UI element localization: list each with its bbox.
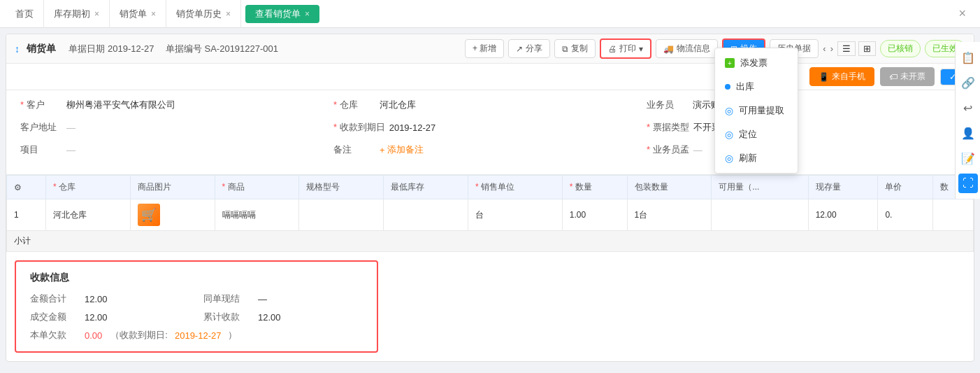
form-row-3: 项目 — 备注 + 添加备注 业务员孟 —	[20, 143, 960, 156]
due-date-hint-close: ）	[228, 329, 237, 342]
dropdown-outbound[interactable]: 出库	[715, 75, 798, 99]
not-open-button[interactable]: 🏷 未开票	[880, 67, 935, 86]
print-dropdown-icon: ▾	[639, 44, 643, 54]
tab-sales-close[interactable]: ×	[151, 9, 156, 19]
from-phone-button[interactable]: 📱 来自手机	[809, 67, 874, 86]
product-table: ⚙ * 仓库 商品图片 * 商品 规格型号 最低库存 * 销售单位 * 数量 包…	[6, 175, 974, 252]
note-field: 备注 + 添加备注	[333, 143, 647, 156]
transaction-label: 成交金额	[30, 311, 79, 323]
sidebar-icon-user[interactable]: 👤	[958, 123, 978, 143]
tab-inventory-close[interactable]: ×	[94, 9, 99, 19]
salesperson-field: 业务员孟 —	[647, 143, 960, 156]
dropdown-locate[interactable]: ◎ 定位	[715, 122, 798, 146]
grid-view-icon[interactable]: ⊞	[858, 41, 876, 56]
tab-sales[interactable]: 销货单 ×	[110, 0, 166, 28]
cell-num: 1	[7, 199, 46, 231]
window-close-button[interactable]: ×	[950, 6, 974, 21]
tab-history[interactable]: 销货单历史 ×	[166, 0, 241, 28]
dropdown-available-qty[interactable]: ◎ 可用量提取	[715, 99, 798, 122]
table-row: 1 河北仓库 🛒 嗝嗝嗝嗝 台 1.00 1台 12.00 0.	[7, 199, 974, 231]
sidebar-icon-link[interactable]: 🔗	[958, 73, 978, 92]
project-label: 项目	[20, 143, 62, 156]
subtotal-label: 小计	[7, 231, 974, 252]
customer-label: 客户	[20, 99, 62, 111]
same-order-row: 同单现结 —	[203, 293, 363, 305]
tab-inventory[interactable]: 库存期初 ×	[44, 0, 110, 28]
available-qty-label: 可用量提取	[739, 104, 784, 117]
print-button[interactable]: 🖨 打印 ▾	[600, 38, 651, 59]
tab-view-sales-close[interactable]: ×	[305, 9, 310, 19]
doc-title-area: ↕ 销货单 单据日期 2019-12-27 单据编号 SA-20191227-0…	[15, 43, 278, 55]
col-spec: 规格型号	[299, 176, 384, 199]
current-due-label: 本单欠款	[30, 329, 79, 342]
warehouse-field: 仓库 河北仓库	[333, 99, 647, 111]
col-available: 可用量（...	[712, 176, 808, 199]
cell-price: 0.	[878, 199, 933, 231]
col-unit: * 销售单位	[468, 176, 562, 199]
cell-img: 🛒	[130, 199, 215, 231]
doc-number-value: SA-20191227-001	[205, 43, 279, 54]
staff-field: 业务员 演示账号	[647, 99, 960, 111]
col-settings[interactable]: ⚙	[7, 176, 46, 199]
col-warehouse: * 仓库	[46, 176, 131, 199]
cell-qty: 1.00	[562, 199, 627, 231]
print-icon: 🖨	[608, 44, 617, 54]
add-note-button[interactable]: + 添加备注	[380, 143, 424, 156]
add-invoice-icon: +	[725, 58, 735, 68]
due-date-hint: （收款到期日:	[110, 329, 168, 342]
phone-icon: 📱	[819, 72, 829, 82]
current-due-value: 0.00	[85, 330, 102, 341]
right-sidebar: 📋 🔗 ↩ 👤 📝 ⛶	[955, 42, 980, 199]
dropdown-refresh[interactable]: ◎ 刷新	[715, 146, 798, 170]
col-min-stock: 最低库存	[384, 176, 468, 199]
doc-type-label: 销货单	[27, 43, 56, 55]
list-view-icon[interactable]: ☰	[837, 41, 856, 56]
share-button[interactable]: ↗ 分享	[508, 39, 550, 58]
total-amount-value: 12.00	[85, 294, 108, 304]
product-table-wrapper: ⚙ * 仓库 商品图片 * 商品 规格型号 最低库存 * 销售单位 * 数量 包…	[6, 174, 974, 252]
sidebar-icon-note[interactable]: 📝	[958, 148, 978, 168]
due-date-field: 收款到期日 2019-12-27	[333, 121, 647, 134]
copy-button[interactable]: ⧉ 复制	[554, 39, 596, 58]
locate-label: 定位	[739, 128, 757, 141]
cell-pkg-qty: 1台	[627, 199, 712, 231]
sidebar-icon-copy[interactable]: 📋	[958, 48, 978, 67]
warehouse-label: 仓库	[333, 99, 375, 111]
project-value: —	[66, 145, 75, 155]
payment-title: 收款信息	[30, 272, 363, 284]
customer-field: 客户 柳州粤港平安气体有限公司	[20, 99, 333, 111]
add-button[interactable]: + 新增	[465, 39, 504, 58]
customer-value: 柳州粤港平安气体有限公司	[66, 99, 175, 111]
locate-icon: ◎	[725, 129, 733, 140]
salesperson-label: 业务员孟	[647, 143, 689, 156]
product-image: 🛒	[138, 204, 160, 226]
col-pkg-qty: 包装数量	[627, 176, 712, 199]
sidebar-icon-undo[interactable]: ↩	[958, 98, 978, 118]
doc-date-item: 单据日期 2019-12-27	[69, 43, 154, 55]
total-amount-label: 金额合计	[30, 293, 79, 305]
tab-history-close[interactable]: ×	[226, 9, 231, 19]
form-row-1: 客户 柳州粤港平安气体有限公司 仓库 河北仓库 业务员 演示账号	[20, 99, 960, 111]
tab-bar: 首页 库存期初 × 销货单 × 销货单历史 × 查看销货单 × ×	[0, 0, 980, 28]
nav-next-icon[interactable]: ›	[830, 43, 833, 54]
tab-view-sales[interactable]: 查看销货单 ×	[245, 5, 319, 23]
tab-home[interactable]: 首页	[6, 0, 44, 28]
due-date-hint-value: 2019-12-27	[175, 330, 222, 341]
sidebar-icon-expand[interactable]: ⛶	[958, 174, 978, 193]
form-row-2: 客户地址 — 收款到期日 2019-12-27 票据类型 不开票	[20, 121, 960, 134]
due-date-label: 收款到期日	[333, 121, 385, 134]
payment-box: 收款信息 金额合计 12.00 同单现结 — 成交金额 12.00 累计收款 1…	[15, 260, 378, 353]
bottom-area: 收款信息 金额合计 12.00 同单现结 — 成交金额 12.00 累计收款 1…	[6, 252, 974, 361]
view-toggle: ☰ ⊞	[837, 41, 876, 56]
address-value: —	[66, 122, 75, 133]
logistics-button[interactable]: 🚚 物流信息	[656, 39, 718, 58]
total-amount-row: 金额合计 12.00	[30, 293, 189, 305]
col-stock: 现存量	[808, 176, 878, 199]
transaction-row: 成交金额 12.00	[30, 311, 189, 323]
dropdown-add-invoice[interactable]: + 添发票	[715, 51, 798, 75]
cell-min-stock	[384, 199, 468, 231]
address-label: 客户地址	[20, 121, 62, 134]
nav-prev-icon[interactable]: ‹	[823, 43, 826, 54]
transaction-value: 12.00	[85, 312, 108, 323]
address-field: 客户地址 —	[20, 121, 333, 134]
